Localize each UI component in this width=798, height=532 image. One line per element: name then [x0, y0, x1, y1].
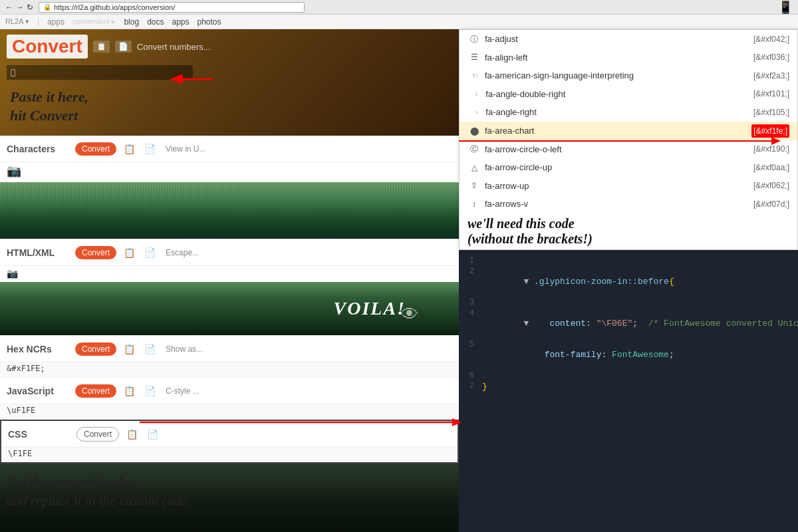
- bottom-annotation: Get the converted value and replace it i…: [7, 473, 187, 510]
- characters-file-btn[interactable]: 📄: [142, 142, 158, 156]
- dropdown-item-fa-arrow-circle-o-left[interactable]: Ⓒ fa-arrow-circle-o-left [&#xf190;]: [460, 140, 797, 159]
- css-output: \F1FE: [1, 448, 458, 462]
- css-label: CSS: [8, 429, 71, 440]
- forward-icon[interactable]: →: [16, 3, 24, 12]
- voila-text: VOILA!: [334, 298, 406, 319]
- paste-hint: Paste it here, hit Convert: [10, 88, 88, 126]
- eye-icon: 👁: [400, 303, 419, 325]
- characters-extra: View in U...: [166, 144, 205, 154]
- nav-photos[interactable]: photos: [198, 17, 221, 27]
- copy-icon-btn[interactable]: 📋: [93, 41, 110, 53]
- javascript-output: \uF1FE: [0, 404, 459, 419]
- dropdown-item-fa-adjust[interactable]: ⓘ fa-adjust [&#xf042;]: [460, 30, 797, 49]
- code-line-1: 1: [459, 255, 798, 266]
- code-line-2: 2 ▼ .glyphicon-zoom-in::before{: [459, 266, 798, 297]
- javascript-file-btn[interactable]: 📄: [142, 384, 158, 398]
- css-convert-btn[interactable]: Convert: [76, 427, 119, 442]
- nav-bar: RL2A ▾ | apps conversion/ ▸ blog docs ap…: [0, 15, 798, 29]
- nav-apps[interactable]: apps: [172, 17, 189, 27]
- dropdown-item-fa-arrow-circle-up[interactable]: △ fa-arrow-circle-up [&#xf0aa;]: [460, 158, 797, 177]
- arrow-to-input: [166, 66, 219, 92]
- htmlxml-section: HTML/XML Convert 📋 📄 Escape... 📷 VOILA! …: [0, 239, 459, 336]
- nav-blog[interactable]: blog: [124, 17, 139, 27]
- code-editor: 1 2 ▼ .glyphicon-zoom-in::before{ 3 4 ▼ …: [459, 250, 798, 533]
- dropdown-item-fa-align-left[interactable]: ☰ fa-align-left [&#xf036;]: [460, 49, 797, 67]
- characters-camera-icon: 📷: [7, 164, 21, 178]
- hexncrs-copy-btn[interactable]: 📋: [122, 342, 137, 356]
- lock-icon: 🔒: [43, 3, 51, 11]
- dropdown-item-fa-angle-double-right[interactable]: › fa-angle-double-right [&#xf101;]: [460, 85, 797, 104]
- annotation-row: we'll need this code (without the bracke…: [460, 213, 797, 249]
- code-line-6: 6: [459, 370, 798, 381]
- left-panel: Convert 📋 📄 Convert numbers... Paste it …: [0, 29, 459, 532]
- characters-convert-btn[interactable]: Convert: [75, 142, 116, 156]
- hexncrs-section: Hex NCRs Convert 📋 📄 Show as... &#xF1FE;: [0, 336, 459, 378]
- annotation-we-need: we'll need this code: [467, 216, 575, 231]
- javascript-extra: C-style ...: [166, 386, 200, 396]
- site-logo: RL2A ▾: [5, 17, 29, 26]
- code-line-7: 7 }: [459, 381, 798, 392]
- htmlxml-convert-btn[interactable]: Convert: [75, 246, 116, 259]
- hexncrs-extra: Show as...: [166, 344, 203, 354]
- hexncrs-output: &#xF1FE;: [0, 362, 459, 377]
- dropdown-item-fa-arrow-up[interactable]: ⇧ fa-arrow-up [&#xf062;]: [460, 177, 797, 196]
- dropdown-item-fa-area-chart[interactable]: ⬤ fa-area-chart [&#xf1fe;]: [460, 122, 797, 140]
- htmlxml-label: HTML/XML: [7, 247, 70, 258]
- htmlxml-file-btn[interactable]: 📄: [142, 246, 158, 259]
- convert-input[interactable]: [7, 65, 193, 80]
- forest-image-1: [0, 182, 459, 239]
- htmlxml-extra: Escape...: [166, 248, 199, 257]
- dropdown-item-fa-angle-right[interactable]: › fa-angle-right [&#xf105;]: [460, 103, 797, 122]
- code-line-4: 4 ▼ content: "\F06E"; /* FontAwesome con…: [459, 308, 798, 339]
- css-file-btn[interactable]: 📄: [145, 428, 160, 441]
- forest-image-2: VOILA! 👁: [0, 282, 459, 335]
- code-line-5: 5 font-family: FontAwesome;: [459, 339, 798, 370]
- characters-label: Characters: [7, 144, 70, 154]
- javascript-section: JavaScript Convert 📋 📄 C-style ... \uF1F…: [0, 378, 459, 420]
- address-bar[interactable]: 🔒 https://rl2a.github.io/apps/conversion…: [39, 2, 305, 13]
- right-panel: ⓘ fa-adjust [&#xf042;] ☰ fa-align-left […: [459, 29, 798, 532]
- back-icon[interactable]: ←: [5, 3, 13, 12]
- paste-icon-btn[interactable]: 📄: [115, 41, 132, 53]
- annotation-no-brackets: (without the brackets!): [467, 231, 593, 246]
- characters-copy-btn[interactable]: 📋: [122, 142, 137, 156]
- dropdown-panel: ⓘ fa-adjust [&#xf042;] ☰ fa-align-left […: [459, 29, 798, 250]
- main-convert-title: Convert: [7, 35, 88, 59]
- css-copy-btn[interactable]: 📋: [124, 428, 140, 441]
- nav-divider: |: [37, 17, 39, 27]
- url-text: https://rl2a.github.io/apps/conversion/: [54, 3, 175, 11]
- hexncrs-convert-btn[interactable]: Convert: [75, 342, 116, 356]
- refresh-icon[interactable]: ↻: [27, 3, 33, 12]
- javascript-copy-btn[interactable]: 📋: [122, 384, 137, 398]
- css-section: CSS Convert 📋 📄 \F1FE: [0, 420, 459, 464]
- characters-section: Characters Convert 📋 📄 View in U... 📷: [0, 136, 459, 239]
- htmlxml-copy-btn[interactable]: 📋: [122, 246, 137, 259]
- nav-separator2: conversion/ ▸: [72, 17, 116, 26]
- convert-label: Convert numbers...: [137, 42, 211, 52]
- dropdown-item-fa-asl[interactable]: ☜ fa-american-sign-language-interpreting…: [460, 66, 797, 85]
- javascript-convert-btn[interactable]: Convert: [75, 384, 116, 398]
- forest-image-bottom: Get the converted value and replace it i…: [0, 464, 459, 532]
- hexncrs-label: Hex NCRs: [7, 344, 70, 354]
- browser-chrome: ← → ↻ 🔒 https://rl2a.github.io/apps/conv…: [0, 0, 798, 15]
- convert-main-section: Convert 📋 📄 Convert numbers... Paste it …: [0, 29, 459, 136]
- nav-separator: apps: [47, 17, 65, 27]
- hexncrs-file-btn[interactable]: 📄: [142, 342, 158, 356]
- dropdown-item-fa-arrows-v[interactable]: ↕ fa-arrows-v [&#xf07d;]: [460, 195, 797, 213]
- htmlxml-icon: 📷: [7, 268, 18, 279]
- code-line-3: 3: [459, 297, 798, 308]
- javascript-label: JavaScript: [7, 386, 70, 396]
- mobile-icon: 📱: [778, 0, 793, 15]
- nav-docs[interactable]: docs: [147, 17, 164, 27]
